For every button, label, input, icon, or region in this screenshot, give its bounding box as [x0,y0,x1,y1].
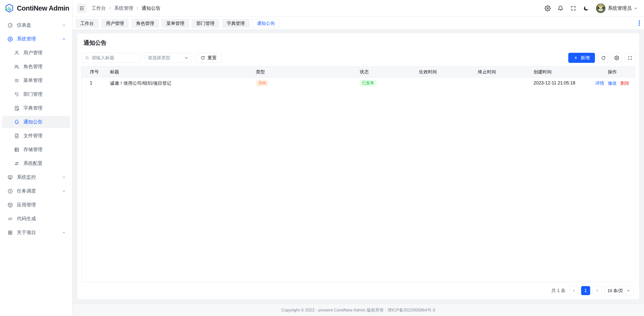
tab-dict-mgmt[interactable]: 字典管理 [222,19,250,28]
edit-link[interactable]: 修改 [608,80,617,86]
sidebar-item-system-config[interactable]: 系统配置 [2,157,70,169]
tab-role-mgmt[interactable]: 角色管理 [131,19,159,28]
cell-status: 已发布 [356,77,415,89]
search-input[interactable]: 请输入标题 [82,53,140,63]
settings-icon [614,56,619,60]
table-header-row: 序号 标题 类型 状态 生效时间 终止时间 创建时间 操作 [82,67,635,77]
refresh-button[interactable] [598,53,608,63]
storage-icon [14,147,19,152]
filter-left: 请输入标题 请选择类型 重置 [82,53,221,63]
chevron-down-icon [62,231,66,234]
chevron-down-icon [62,189,66,193]
sidebar-item-system-monitor[interactable]: 系统监控 [2,171,70,183]
sidebar-item-role-mgmt[interactable]: 角色管理 [2,61,70,73]
pagination-page-1[interactable]: 1 [581,286,590,295]
sidebar-item-menu-mgmt[interactable]: 菜单管理 [2,74,70,86]
username: 系统管理员 [608,5,632,12]
user-menu[interactable]: 系统管理员 [596,4,637,13]
tab-dept-mgmt[interactable]: 部门管理 [192,19,219,28]
sidebar-item-label: 用户管理 [23,50,43,56]
logo-hexagon-icon [5,4,14,13]
tab-menu-mgmt[interactable]: 菜单管理 [162,19,189,28]
sidebar-item-label: 文件管理 [23,132,43,139]
tab-label: 菜单管理 [166,20,184,26]
search-icon [85,56,89,60]
pagination-prev-button[interactable] [570,286,579,295]
users-icon [14,64,19,69]
column-header-index: 序号 [82,67,106,77]
breadcrumb-item-workbench[interactable]: 工作台 [92,5,106,12]
sidebar-item-label: 仪表盘 [17,22,31,28]
topbar-right: 系统管理员 [545,4,637,13]
pagination: 共 1 条 1 10 条/页 [82,286,635,295]
notice-table: 序号 标题 类型 状态 生效时间 终止时间 创建时间 操作 [82,66,635,282]
sidebar-item-user-mgmt[interactable]: 用户管理 [2,47,70,59]
tab-user-mgmt[interactable]: 用户管理 [101,19,129,28]
pagination-next-button[interactable] [593,286,602,295]
column-header-effective-time: 生效时间 [415,67,474,77]
search-placeholder: 请输入标题 [92,55,114,61]
cell-end-time [474,77,530,89]
sidebar-item-label: 菜单管理 [23,77,43,84]
settings-icon[interactable] [545,5,551,11]
sidebar-item-file-mgmt[interactable]: 文件管理 [2,130,70,142]
breadcrumb-separator: / [137,6,138,11]
sidebar-item-label: 系统监控 [17,174,36,180]
moon-icon[interactable] [583,5,589,11]
clock-icon [8,189,13,194]
breadcrumb-item-system-mgmt[interactable]: 系统管理 [114,5,133,12]
sidebar-item-notice[interactable]: 通知公告 [2,116,70,128]
tab-notice[interactable]: 通知公告 [252,19,280,28]
sidebar-item-about-project[interactable]: 关于项目 [2,227,70,239]
type-select-placeholder: 请选择类型 [148,55,170,61]
cell-actions: 详情 修改 删除 [590,77,635,89]
tab-workbench[interactable]: 工作台 [75,19,99,28]
sidebar: ContiNew Admin 仪表盘 系统管理 用户管理 [0,0,72,316]
sidebar-item-dept-mgmt[interactable]: 部门管理 [2,88,70,100]
table-fullscreen-button[interactable] [625,53,635,63]
detail-link[interactable]: 详情 [595,80,604,86]
delete-link[interactable]: 删除 [620,80,629,86]
sidebar-item-dict-mgmt[interactable]: 字典管理 [2,102,70,114]
sidebar-item-app-mgmt[interactable]: 应用管理 [2,199,70,211]
breadcrumb-separator: / [109,6,111,11]
column-settings-button[interactable] [612,53,622,63]
fullscreen-icon[interactable] [570,5,576,11]
sidebar-item-code-gen[interactable]: 代码生成 [2,213,70,225]
sidebar-item-task-schedule[interactable]: 任务调度 [2,185,70,197]
sidebar-item-system-mgmt[interactable]: 系统管理 [2,33,70,45]
reset-button[interactable]: 重置 [196,53,221,63]
tab-label: 字典管理 [227,20,245,26]
page-title: 通知公告 [84,39,635,47]
app-title: ContiNew Admin [17,5,69,12]
column-header-status: 状态 [356,67,415,77]
sidebar-item-label: 代码生成 [17,215,36,222]
bell-icon[interactable] [557,5,564,11]
app-logo[interactable]: ContiNew Admin [0,0,72,17]
tab-more-button[interactable] [639,20,640,26]
copyright-text: Copyright © 2022 - present ContiNew Admi… [281,307,435,313]
sidebar-collapse-button[interactable] [77,4,87,13]
sidebar-item-label: 通知公告 [23,119,43,125]
page-size-select[interactable]: 10 条/页 [604,286,633,295]
code-icon [8,216,13,221]
sidebar-item-label: 应用管理 [17,202,36,208]
tab-label: 用户管理 [106,20,124,26]
sidebar-item-label: 角色管理 [23,63,43,70]
main-area: 工作台 / 系统管理 / 通知公告 [72,0,644,316]
cube-icon [8,202,13,208]
cell-created-time: 2023-12-11 21:05:18 [530,77,590,89]
app-window: ContiNew Admin 仪表盘 系统管理 用户管理 [0,0,644,316]
add-button[interactable]: 新增 [568,53,595,63]
sidebar-item-label: 系统管理 [17,36,36,42]
chevron-down-icon [62,175,66,179]
avatar[interactable] [596,4,606,13]
plus-icon [574,56,578,60]
table-toolbar: 新增 [568,53,635,63]
sidebar-item-storage-mgmt[interactable]: 存储管理 [2,144,70,156]
type-select[interactable]: 请选择类型 [144,53,192,63]
cell-title: 诚邀！使用公司/组织/项目登记 [106,77,252,89]
sidebar-item-dashboard[interactable]: 仪表盘 [2,19,70,31]
monitor-icon [8,175,13,180]
tab-label: 部门管理 [196,20,215,26]
